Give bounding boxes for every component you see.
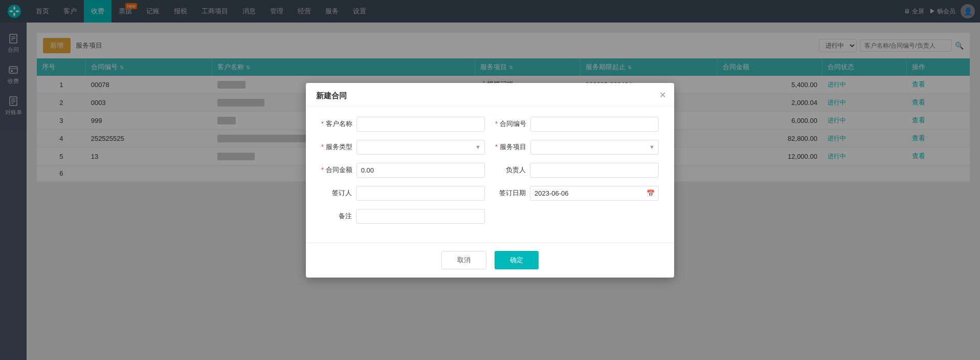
contract-no-input[interactable] [530, 117, 659, 132]
responsible-input[interactable] [530, 163, 659, 178]
amount-input[interactable] [357, 163, 485, 178]
sign-date-input[interactable] [530, 186, 659, 201]
form-row-1: 客户名称 合同编号 [321, 117, 659, 132]
form-group-signer: 签订人 [321, 186, 485, 201]
form-group-contract-no: 合同编号 [495, 117, 659, 132]
service-item-select[interactable] [530, 140, 659, 155]
contract-no-label: 合同编号 [495, 119, 526, 129]
modal-body: 客户名称 合同编号 服务类型 ▼ [306, 107, 674, 242]
signer-input[interactable] [356, 186, 485, 201]
service-type-label: 服务类型 [321, 142, 352, 152]
client-name-label: 客户名称 [321, 119, 352, 129]
service-item-label: 服务项目 [495, 142, 526, 152]
form-row-3: 合同金额 负责人 [321, 163, 659, 178]
client-name-input[interactable] [357, 117, 485, 132]
new-contract-modal: 新建合同 ✕ 客户名称 合同编号 服务类型 [306, 83, 674, 278]
form-group-remark: 备注 [321, 209, 485, 224]
service-type-wrapper: ▼ [357, 140, 485, 155]
form-group-amount: 合同金额 [321, 163, 485, 178]
amount-label: 合同金额 [321, 165, 352, 175]
signer-label: 签订人 [321, 188, 352, 198]
responsible-label: 负责人 [495, 165, 526, 175]
cancel-button[interactable]: 取消 [441, 251, 486, 269]
form-group-service-type: 服务类型 ▼ [321, 140, 485, 155]
modal-footer: 取消 确定 [306, 242, 674, 278]
form-row-4: 签订人 签订日期 📅 [321, 186, 659, 201]
form-group-client: 客户名称 [321, 117, 485, 132]
form-group-service-item: 服务项目 ▼ [495, 140, 659, 155]
remark-input[interactable] [356, 209, 485, 224]
sign-date-label: 签订日期 [495, 188, 526, 198]
form-group-responsible: 负责人 [495, 163, 659, 178]
modal-header: 新建合同 ✕ [306, 83, 674, 107]
modal-overlay[interactable]: 新建合同 ✕ 客户名称 合同编号 服务类型 [0, 0, 980, 360]
calendar-icon[interactable]: 📅 [647, 189, 655, 197]
service-type-select[interactable] [357, 140, 485, 155]
service-item-wrapper: ▼ [530, 140, 659, 155]
confirm-button[interactable]: 确定 [495, 251, 539, 269]
modal-title: 新建合同 [316, 91, 347, 100]
form-row-2: 服务类型 ▼ 服务项目 ▼ [321, 140, 659, 155]
sign-date-wrapper: 📅 [530, 186, 659, 201]
remark-label: 备注 [321, 211, 352, 221]
form-group-sign-date: 签订日期 📅 [495, 186, 659, 201]
modal-close-button[interactable]: ✕ [659, 90, 666, 100]
form-row-5: 备注 [321, 209, 659, 224]
